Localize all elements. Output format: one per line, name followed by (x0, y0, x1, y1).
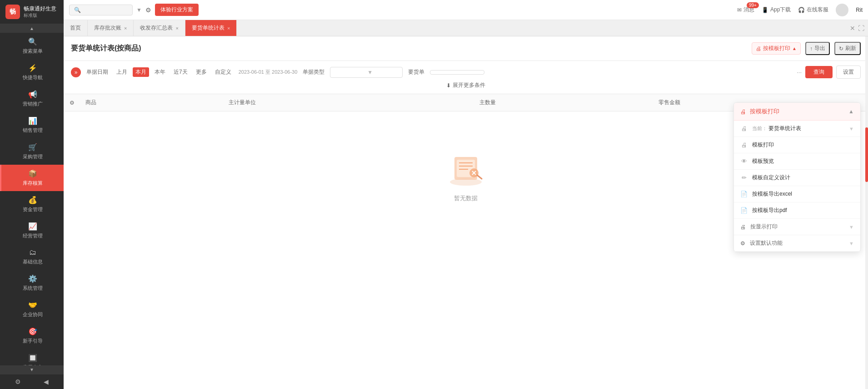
filter-expand-btn[interactable]: » (71, 67, 81, 77)
sidebar-collapse-icon[interactable]: ◀ (44, 378, 49, 385)
printer-icon: 🖨 (756, 45, 761, 52)
export-button[interactable]: ↑ 导出 (805, 42, 830, 55)
current-chevron-icon: ▼ (849, 126, 854, 131)
date-current-month[interactable]: 本月 (133, 67, 149, 77)
tab-receipt-summary[interactable]: 收发存汇总表 × (134, 20, 185, 36)
dropdown-item-template-design[interactable]: ✏ 模板自定义设计 (734, 170, 860, 186)
excel-icon: 📄 (740, 191, 748, 197)
table-col-settings[interactable]: ⚙ (64, 94, 80, 111)
sidebar-item-marketing[interactable]: 📢 营销推广 (0, 86, 64, 112)
tab-close-order-stats[interactable]: × (227, 25, 230, 31)
dropdown-current-item[interactable]: 🖨 当前： 要货单统计表 ▼ (734, 121, 860, 137)
dropdown-printer-icon: 🖨 (740, 108, 746, 115)
template-design-icon: ✏ (740, 174, 748, 181)
tab-inventory-batch[interactable]: 库存批次账 × (88, 20, 134, 36)
refresh-button[interactable]: ↻ 刷新 (834, 42, 861, 55)
goods-filter-input[interactable] (430, 70, 484, 75)
sidebar-item-system[interactable]: ⚙️ 系统管理 (0, 270, 64, 296)
filter-area: » 单据日期 上月 本月 本年 近7天 更多 自定义 2023-06-01 至 … (64, 61, 868, 94)
dropdown-item-display-print[interactable]: 🖨 按显示打印 ▼ (734, 219, 860, 235)
scrollbar-thumb[interactable] (865, 127, 868, 182)
sidebar-item-inventory[interactable]: 📦 库存核算 (0, 165, 64, 191)
top-bar-right: ✉ 消息 99+ 📱 App下载 🎧 在线客服 Rit (737, 4, 863, 16)
system-icon: ⚙️ (28, 274, 37, 283)
dropdown-title: 按模板打印 (750, 107, 779, 116)
logo-icon: 畅 (5, 5, 20, 19)
basic-icon: 🗂 (29, 248, 36, 257)
search-input[interactable]: 🔍 (69, 5, 133, 15)
message-count: 99+ (747, 2, 759, 8)
sidebar-scroll-down[interactable]: ▼ (0, 365, 64, 374)
pdf-icon: 📄 (740, 207, 748, 214)
expand-icon[interactable]: ▼ (136, 7, 142, 13)
dropdown-item-template-print[interactable]: 🖨 模板打印 (734, 137, 860, 153)
date-filter-label: 单据日期 (86, 68, 108, 76)
app-download-btn[interactable]: 📱 App下载 (762, 6, 791, 14)
sidebar-item-sales[interactable]: 📊 销售管理 (0, 112, 64, 138)
app-logo: 畅 畅康通好生意 标准版 (0, 0, 64, 24)
sidebar-item-operation[interactable]: 📈 经营管理 (0, 217, 64, 244)
page-actions: 🖨 按模板打印 ▲ ↑ 导出 ↻ 刷新 (752, 42, 861, 55)
col-goods: 商品 (80, 94, 223, 111)
expand-more-conditions-btn[interactable]: ⬇ 展开更多条件 (446, 81, 485, 89)
settings-icon[interactable]: ⚙ (145, 6, 151, 14)
template-print-icon: 🖨 (740, 141, 748, 148)
column-settings-icon[interactable]: ⚙ (70, 100, 75, 106)
date-prev-month[interactable]: 上月 (114, 67, 130, 77)
page-title: 要货单统计表(按商品) (71, 44, 141, 53)
set-default-icon: ⚙ (740, 240, 745, 247)
headset-icon: 🎧 (798, 7, 805, 13)
marketing-icon: 📢 (28, 90, 37, 99)
sidebar-item-collab[interactable]: 🤝 企业协同 (0, 296, 64, 323)
date-this-year[interactable]: 本年 (152, 67, 168, 77)
date-more[interactable]: 更多 (193, 67, 210, 77)
sidebar-scroll-up[interactable]: ▲ (0, 24, 64, 33)
filter-row-1: » 单据日期 上月 本月 本年 近7天 更多 自定义 2023-06-01 至 … (71, 66, 861, 79)
sidebar-footer: ⚙ ◀ (0, 374, 64, 389)
dropdown-item-set-default[interactable]: ⚙ 设置默认功能 ▼ (734, 235, 860, 252)
bill-type-select[interactable]: ▼ (330, 67, 403, 78)
close-tab-icon[interactable]: ✕ (850, 25, 855, 32)
bill-type-label: 单据类型 (303, 68, 324, 76)
query-button[interactable]: 查询 (805, 66, 833, 78)
sidebar: 畅 畅康通好生意 标准版 ▲ 🔍 搜索菜单 ⚡ 快捷导航 📢 营销推广 📊 销售… (0, 0, 64, 389)
dropdown-item-export-pdf[interactable]: 📄 按模板导出pdf (734, 202, 860, 219)
tab-order-stats[interactable]: 要货单统计表 × (185, 20, 237, 36)
sidebar-item-purchase[interactable]: 🛒 采购管理 (0, 138, 64, 165)
sidebar-item-search[interactable]: 🔍 搜索菜单 (0, 33, 64, 59)
customer-service-btn[interactable]: 🎧 在线客服 (798, 6, 828, 14)
tab-close-receipt-summary[interactable]: × (175, 25, 178, 31)
sidebar-item-basic[interactable]: 🗂 基础信息 (0, 244, 64, 270)
sidebar-item-quick-nav[interactable]: ⚡ 快捷导航 (0, 59, 64, 86)
maximize-tab-icon[interactable]: ⛶ (858, 25, 864, 32)
bill-type-chevron-icon: ▼ (367, 69, 399, 76)
date-custom[interactable]: 自定义 (212, 67, 234, 77)
sidebar-item-appstore[interactable]: 🔲 应用中心 (0, 349, 64, 365)
print-dropdown: 🖨 按模板打印 ▲ 🖨 当前： 要货单统计表 ▼ 🖨 模板打印 (733, 102, 861, 252)
sidebar-settings-icon[interactable]: ⚙ (15, 378, 21, 385)
user-name[interactable]: Rit (856, 7, 863, 13)
refresh-icon: ↻ (839, 45, 843, 52)
appstore-icon: 🔲 (28, 354, 37, 362)
sidebar-item-guide[interactable]: 🎯 新手引导 (0, 323, 64, 349)
print-template-button[interactable]: 🖨 按模板打印 ▲ (752, 42, 801, 55)
message-icon: ✉ (737, 7, 742, 13)
settings-btn[interactable]: 设置 (836, 66, 861, 79)
tab-home[interactable]: 首页 (64, 20, 88, 36)
sidebar-item-finance[interactable]: 💰 资金管理 (0, 191, 64, 217)
trial-button[interactable]: 体验行业方案 (155, 4, 199, 16)
user-avatar[interactable] (836, 4, 848, 16)
current-template-name: 要货单统计表 (768, 125, 801, 131)
dropdown-item-export-excel[interactable]: 📄 按模板导出excel (734, 186, 860, 202)
dropdown-collapse-icon[interactable]: ▲ (848, 108, 854, 115)
app-version: 标准版 (24, 12, 56, 19)
display-print-chevron-icon: ▼ (849, 224, 854, 230)
sidebar-nav: 🔍 搜索菜单 ⚡ 快捷导航 📢 营销推广 📊 销售管理 🛒 采购管理 📦 库存核… (0, 33, 64, 365)
messages-badge[interactable]: ✉ 消息 99+ (737, 6, 754, 14)
inventory-icon: 📦 (28, 169, 37, 178)
tab-close-inventory-batch[interactable]: × (124, 25, 127, 31)
date-7days[interactable]: 近7天 (171, 67, 190, 77)
dropdown-item-template-preview[interactable]: 👁 模板预览 (734, 153, 860, 170)
top-bar: 🔍 ▼ ⚙ 体验行业方案 ✉ 消息 99+ 📱 App下载 🎧 在线客服 Rit (64, 0, 868, 20)
more-options-icon[interactable]: ··· (797, 69, 802, 76)
